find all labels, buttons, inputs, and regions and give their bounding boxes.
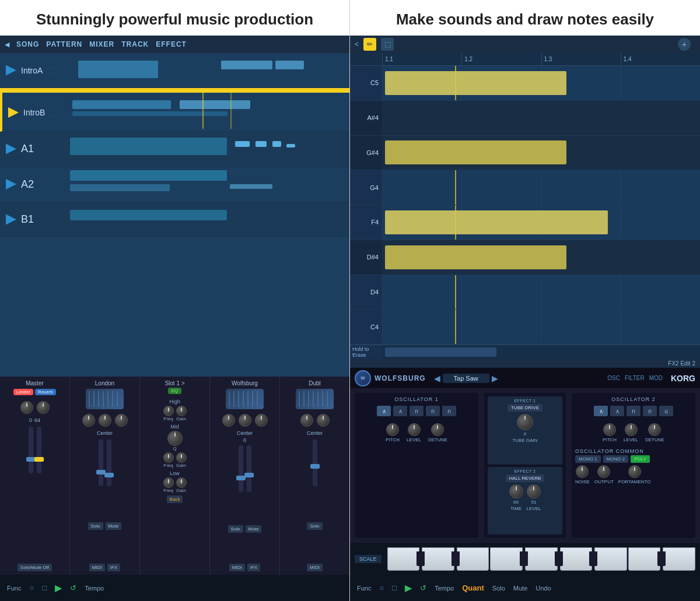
wolfsburg-knob-2[interactable] [239, 414, 251, 427]
daw-back-btn[interactable]: ◀ [5, 41, 9, 48]
london-ifx-btn[interactable]: IFX [107, 564, 120, 571]
preset-prev-btn[interactable]: ◀ [434, 374, 440, 383]
key-11[interactable] [589, 551, 597, 566]
play-btn-b1[interactable] [6, 215, 16, 225]
play-btn-introa[interactable] [6, 65, 16, 76]
synth-tab-filter[interactable]: FILTER [625, 375, 645, 381]
effect2-name[interactable]: HALL REVERB [506, 475, 545, 482]
key-c5[interactable]: C5 [350, 66, 382, 101]
synth-preset-name[interactable]: Tap Saw [443, 374, 489, 383]
osc2-wave-5[interactable]: u [659, 406, 673, 416]
tube-gain-knob[interactable] [517, 414, 533, 430]
wolfsburg-midi-btn[interactable]: MIDI [229, 564, 245, 571]
quant-btn[interactable]: Quant [462, 584, 484, 592]
osc2-wave-4[interactable]: n [643, 406, 657, 416]
synth-tab-mod[interactable]: MOD [649, 375, 663, 381]
limiter-btn[interactable]: Limiter [13, 389, 33, 395]
key-f4[interactable]: F4 [350, 205, 382, 240]
left-circle-btn[interactable]: ○ [29, 584, 34, 592]
left-play-btn[interactable]: ▶ [55, 582, 62, 593]
key-7[interactable] [520, 551, 528, 566]
effect1-name[interactable]: TUBE DRIVE [508, 404, 542, 412]
key-c4[interactable]: C4 [350, 310, 382, 345]
key-13[interactable] [628, 547, 661, 571]
osc2-wave-1[interactable]: ∧ [594, 406, 608, 416]
pencil-icon[interactable]: ✏ [363, 38, 376, 51]
osc1-wave-4[interactable]: n [426, 406, 440, 416]
note-f4[interactable] [385, 210, 608, 234]
mute-btn[interactable]: Mute [513, 585, 527, 592]
dubl-fader-1[interactable] [313, 440, 317, 486]
eq-mid-freq-knob[interactable] [163, 452, 174, 463]
dubl-knob-2[interactable] [317, 414, 330, 427]
london-knob-1[interactable] [82, 414, 95, 427]
master-knob-2[interactable] [37, 401, 50, 414]
dubl-midi-btn[interactable]: MIDI [307, 564, 323, 571]
dubl-knob-1[interactable] [300, 414, 313, 427]
play-btn-a1[interactable] [6, 144, 16, 154]
wolfsburg-fader-2[interactable] [247, 445, 251, 492]
london-knob-2[interactable] [99, 414, 111, 427]
key-8[interactable] [525, 547, 558, 571]
solo-btn[interactable]: Solo [492, 585, 505, 592]
level-knob[interactable] [527, 484, 541, 498]
key-12[interactable] [594, 547, 627, 571]
osc2-detune-knob[interactable] [648, 423, 661, 436]
london-knob-3[interactable] [115, 414, 128, 427]
osc2-wave-3[interactable]: n [626, 406, 640, 416]
key-3[interactable] [422, 547, 454, 571]
noise-knob[interactable] [576, 465, 589, 478]
osc1-wave-2[interactable]: ∧ [393, 406, 407, 416]
add-note-btn[interactable]: + [678, 38, 691, 51]
reverb-btn[interactable]: Reverb [35, 389, 56, 395]
london-midi-btn[interactable]: MIDI [89, 564, 105, 571]
note-gs4[interactable] [385, 140, 566, 164]
key-gs4[interactable]: G#4 [350, 136, 382, 171]
eq-low-freq-knob[interactable] [163, 477, 174, 488]
london-fader-2[interactable] [107, 440, 111, 486]
left-rect-btn[interactable]: □ [42, 584, 47, 592]
wolfsburg-mute-btn[interactable]: Mute [246, 525, 262, 533]
key-2[interactable] [416, 551, 425, 566]
select-icon[interactable]: ⬚ [381, 38, 394, 51]
solo-mute-off-btn[interactable]: Solo/Mute Off [18, 564, 52, 571]
key-10[interactable] [560, 547, 593, 571]
key-1[interactable] [387, 547, 420, 571]
wolfsburg-ifx-btn[interactable]: IFX [247, 564, 260, 571]
portamento-knob[interactable] [628, 465, 641, 478]
note-ds4[interactable] [385, 245, 566, 269]
undo-btn[interactable]: Undo [536, 585, 551, 592]
right-play-btn[interactable]: ▶ [405, 582, 412, 593]
left-loop-btn[interactable]: ↺ [70, 584, 76, 592]
eq-toggle[interactable]: EQ [168, 388, 182, 394]
right-rect-btn[interactable]: □ [392, 584, 397, 592]
time-knob[interactable] [509, 484, 523, 498]
key-d4[interactable]: D4 [350, 275, 382, 310]
mono2-btn[interactable]: MONO 2 [603, 455, 629, 463]
osc2-pitch-knob[interactable] [603, 423, 616, 436]
master-fader-2[interactable] [37, 427, 41, 473]
london-fader-1[interactable] [99, 440, 103, 486]
right-loop-btn[interactable]: ↺ [420, 584, 426, 592]
synth-tab-osc[interactable]: OSC [607, 375, 620, 381]
eq-high-freq-knob[interactable] [163, 406, 174, 416]
key-5[interactable] [457, 547, 489, 571]
right-circle-btn[interactable]: ○ [379, 584, 384, 592]
osc1-detune-knob[interactable] [431, 423, 444, 436]
osc2-level-knob[interactable] [625, 423, 638, 436]
key-as4[interactable]: A#4 [350, 101, 382, 136]
osc1-pitch-knob[interactable] [386, 423, 399, 436]
osc1-wave-5[interactable]: n [442, 406, 456, 416]
london-mute-btn[interactable]: Mute [106, 522, 122, 530]
key-15[interactable] [663, 547, 695, 571]
master-knob-1[interactable] [20, 401, 33, 414]
key-g4[interactable]: G4 [350, 170, 382, 205]
osc1-wave-1[interactable]: ∧ [377, 406, 391, 416]
osc1-level-knob[interactable] [408, 423, 421, 436]
output-knob[interactable] [597, 465, 610, 478]
eq-mid-gain-knob[interactable] [176, 452, 187, 463]
eq-high-gain-knob[interactable] [176, 406, 187, 416]
key-9[interactable] [555, 551, 563, 566]
osc2-wave-2[interactable]: ∧ [610, 406, 624, 416]
scale-btn[interactable]: SCALE [355, 555, 382, 563]
